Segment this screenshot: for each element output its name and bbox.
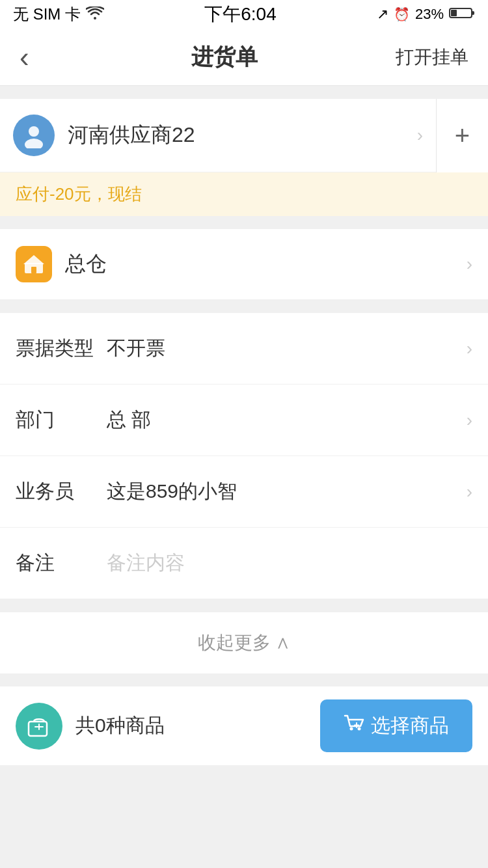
supplier-row[interactable]: 河南供应商22 › — [0, 99, 436, 172]
svg-point-3 — [29, 126, 39, 137]
remark-input[interactable]: 备注内容 — [107, 550, 472, 576]
salesperson-value: 这是859的小智 — [107, 478, 467, 505]
page-rest — [0, 765, 488, 868]
add-supplier-button[interactable]: + — [436, 99, 488, 172]
warehouse-name: 总仓 — [65, 250, 460, 278]
department-label: 部门 — [16, 407, 107, 433]
svg-rect-2 — [451, 10, 457, 16]
alarm-icon: ⏰ — [394, 7, 410, 22]
supplier-name: 河南供应商22 — [68, 121, 411, 150]
svg-rect-8 — [29, 722, 47, 736]
battery-icon — [449, 5, 475, 23]
warning-banner: 应付-20元，现结 — [0, 172, 488, 216]
warning-text: 应付-20元，现结 — [16, 184, 142, 204]
warehouse-row[interactable]: 总仓 › — [0, 229, 488, 300]
svg-rect-7 — [31, 267, 36, 273]
back-button[interactable]: ‹ — [20, 41, 59, 74]
status-time: 下午6:04 — [204, 2, 277, 27]
svg-point-12 — [358, 727, 361, 731]
remark-label: 备注 — [16, 550, 107, 576]
product-bar: 共0种商品 选择商品 — [0, 686, 488, 765]
open-pending-button[interactable]: 打开挂单 — [390, 45, 468, 70]
product-icon — [16, 703, 62, 750]
invoice-type-label: 票据类型 — [16, 335, 107, 362]
department-row[interactable]: 部门 总 部 › — [0, 385, 488, 456]
select-product-label: 选择商品 — [371, 712, 449, 739]
product-count-label: 共0种商品 — [75, 712, 307, 739]
status-bar: 无 SIM 卡 下午6:04 ↗ ⏰ 23% — [0, 0, 488, 29]
salesperson-label: 业务员 — [16, 478, 107, 505]
collapse-label: 收起更多 ∧ — [198, 632, 291, 653]
status-left: 无 SIM 卡 — [13, 4, 104, 25]
form-section: 票据类型 不开票 › 部门 总 部 › 业务员 这是859的小智 › 备注 备注… — [0, 313, 488, 599]
page-title: 进货单 — [59, 42, 390, 72]
invoice-type-value: 不开票 — [107, 335, 467, 362]
cart-icon — [344, 714, 364, 737]
wifi-icon — [86, 5, 104, 23]
salesperson-chevron-icon: › — [467, 481, 472, 502]
supplier-section: 河南供应商22 › + — [0, 99, 488, 172]
battery-label: 23% — [415, 6, 444, 23]
department-value: 总 部 — [107, 407, 467, 433]
nav-bar: ‹ 进货单 打开挂单 — [0, 29, 488, 86]
svg-rect-1 — [472, 11, 474, 15]
svg-point-4 — [25, 139, 43, 148]
invoice-type-chevron-icon: › — [467, 338, 472, 359]
supplier-chevron-icon: › — [417, 125, 423, 146]
remark-row[interactable]: 备注 备注内容 — [0, 528, 488, 599]
salesperson-row[interactable]: 业务员 这是859的小智 › — [0, 456, 488, 528]
invoice-type-row[interactable]: 票据类型 不开票 › — [0, 313, 488, 385]
status-right: ↗ ⏰ 23% — [377, 5, 475, 23]
warehouse-icon — [16, 246, 52, 282]
carrier-label: 无 SIM 卡 — [13, 4, 81, 25]
collapse-button[interactable]: 收起更多 ∧ — [0, 612, 488, 673]
svg-point-11 — [350, 727, 353, 731]
select-product-button[interactable]: 选择商品 — [320, 699, 472, 752]
section-gap-1 — [0, 86, 488, 99]
location-icon: ↗ — [377, 6, 388, 23]
warehouse-chevron-icon: › — [467, 254, 472, 275]
supplier-avatar — [13, 115, 55, 156]
svg-marker-6 — [23, 255, 44, 264]
department-chevron-icon: › — [467, 410, 472, 431]
